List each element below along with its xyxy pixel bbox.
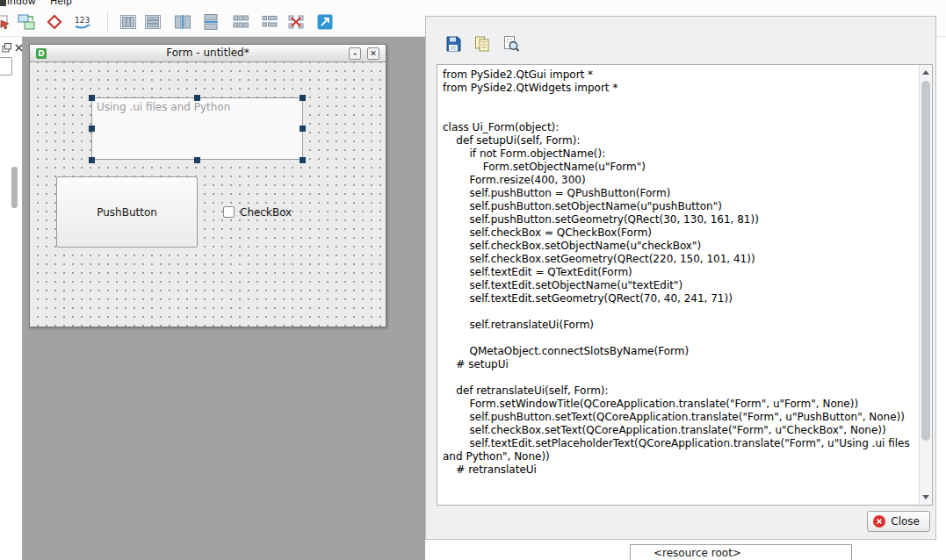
dialog-close-label: Close <box>891 515 920 528</box>
toolbar-separator <box>107 12 108 32</box>
resize-handle-w[interactable] <box>89 126 95 132</box>
checkbox-widget[interactable]: CheckBox <box>223 194 312 230</box>
resize-handle-s[interactable] <box>194 157 200 163</box>
form-minimize-button[interactable]: - <box>349 47 361 60</box>
form-window-titlebar[interactable]: D Form - untitled* - ✕ <box>30 45 386 62</box>
layout-vertically-icon[interactable] <box>142 11 163 32</box>
form-window-title: Form - untitled* <box>30 45 386 61</box>
layout-grid-icon[interactable] <box>230 11 251 32</box>
break-layout-icon[interactable] <box>285 11 307 32</box>
layout-form-icon[interactable] <box>259 11 280 32</box>
pushbutton-widget[interactable]: PushButton <box>56 176 198 248</box>
designer-form-icon: D <box>36 48 47 59</box>
resize-handle-e[interactable] <box>300 126 306 132</box>
resource-browser-panel: <resource root> <box>630 544 852 560</box>
close-circle-icon <box>873 515 885 528</box>
code-preview-dialog: from PySide2.QtGui import * from PySide2… <box>425 16 936 540</box>
menu-item-help[interactable]: Help <box>50 0 72 8</box>
resize-handle-ne[interactable] <box>300 95 306 101</box>
adjust-size-icon[interactable] <box>314 11 336 32</box>
form-close-button[interactable]: ✕ <box>367 47 379 60</box>
layout-horizontally-icon[interactable] <box>118 11 139 32</box>
scroll-down-icon[interactable] <box>922 495 929 499</box>
left-scrollbar-thumb[interactable] <box>11 167 18 208</box>
code-text[interactable]: from PySide2.QtGui import * from PySide2… <box>437 65 919 505</box>
edit-tab-order-icon[interactable]: 123 <box>72 11 93 32</box>
resize-handle-n[interactable] <box>194 95 200 101</box>
edit-buddies-icon[interactable] <box>44 11 65 32</box>
resize-handle-se[interactable] <box>300 157 306 163</box>
save-icon[interactable] <box>443 33 464 54</box>
widget-box-filter-fragment[interactable] <box>0 57 12 75</box>
checkbox-label: CheckBox <box>240 206 292 219</box>
dialog-close-button[interactable]: Close <box>867 511 930 532</box>
textedit-placeholder: Using .ui files and Python <box>97 101 230 113</box>
svg-text:123: 123 <box>75 16 90 25</box>
find-preview-icon[interactable] <box>501 33 522 54</box>
textedit-widget[interactable]: Using .ui files and Python <box>91 97 303 160</box>
form-editor-window: D Form - untitled* - ✕ Using .ui files a… <box>29 44 386 327</box>
code-vertical-scrollbar[interactable] <box>919 65 932 505</box>
resize-handle-sw[interactable] <box>89 157 95 163</box>
resize-handle-nw[interactable] <box>89 95 95 101</box>
resource-root-item[interactable]: <resource root> <box>631 545 851 559</box>
qt-designer-screen: indow Help 123 <box>0 0 946 560</box>
edit-signals-slots-icon[interactable] <box>16 11 37 32</box>
form-canvas[interactable]: Using .ui files and Python PushButton Ch… <box>30 62 386 327</box>
scroll-up-icon[interactable] <box>922 70 929 75</box>
layout-horizontal-splitter-icon[interactable] <box>172 11 193 32</box>
checkbox-indicator[interactable] <box>223 206 235 218</box>
edit-widgets-icon[interactable] <box>0 11 13 32</box>
menu-icon-fragment <box>0 0 6 6</box>
layout-vertical-splitter-icon[interactable] <box>200 11 221 32</box>
menubar: indow Help <box>0 0 946 8</box>
copy-icon[interactable] <box>472 33 493 54</box>
code-frame: from PySide2.QtGui import * from PySide2… <box>437 64 933 506</box>
menu-item-window[interactable]: indow <box>7 0 36 8</box>
scrollbar-thumb[interactable] <box>921 81 930 441</box>
dock-float-icon[interactable] <box>1 40 12 52</box>
